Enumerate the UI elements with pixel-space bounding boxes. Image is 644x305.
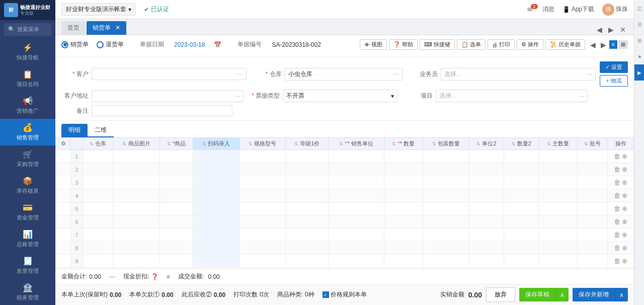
row-delete-icon[interactable]: 🗑 [614,257,620,265]
row-product-cell[interactable] [159,202,193,215]
row-product-cell[interactable] [159,228,193,242]
row-qty-cell[interactable] [384,189,423,202]
row-sales-unit-cell[interactable] [329,176,384,189]
row-batch-input-cell[interactable] [193,215,239,228]
row-main-qty-cell[interactable] [539,202,577,215]
row-pack-qty-cell[interactable] [423,215,469,228]
sales-radio[interactable]: 销货单 [61,40,89,49]
save-draft-button[interactable]: 保存草稿 [519,288,555,301]
settings-btn[interactable]: ✓ 设置 [600,61,628,73]
sidebar-item-purchase[interactable]: 🛒 采购管理 [0,145,55,172]
row-main-qty-cell[interactable] [539,242,577,255]
right-panel-btn-2[interactable]: ☰ [634,16,644,32]
row-batch-cell[interactable] [577,150,607,163]
row-product-img-cell[interactable] [113,176,159,189]
row-warehouse-cell[interactable] [83,176,113,189]
row-delete-icon[interactable]: 🗑 [614,152,620,160]
customer-select-icon[interactable]: ··· [238,70,243,78]
search-menu-button[interactable]: 🔍 搜索菜单 [4,23,51,36]
row-spec-cell[interactable] [239,163,286,176]
row-product-img-cell[interactable] [113,163,159,176]
col-qty[interactable]: ⇅ ** 数量 [384,138,423,150]
row-warehouse-cell[interactable] [83,242,113,255]
row-qty-cell[interactable] [384,176,423,189]
row-spec-cell[interactable] [239,189,286,202]
salesperson-select-icon[interactable]: ··· [587,70,592,78]
abandon-button[interactable]: 放弃 [486,287,515,302]
row-product-cell[interactable] [159,215,193,228]
col-unit2[interactable]: ⇅ 单位2 [469,138,504,150]
note-input[interactable] [92,105,232,116]
tab-sales-order[interactable]: 销货单 ✕ [87,21,126,35]
row-copy-icon[interactable]: ⊕ [622,192,627,199]
row-unit2-cell[interactable] [469,228,504,242]
row-product-cell[interactable] [159,176,193,189]
col-product[interactable]: ⇅ *商品 [159,138,193,150]
row-unit2-cell[interactable] [469,242,504,255]
tab-2d[interactable]: 二维 [88,124,114,136]
row-product-img-cell[interactable] [113,228,159,242]
col-sales-unit[interactable]: ⇅ ** 销售单位 [329,138,384,150]
sidebar-item-capital[interactable]: 💳 资金管理 [0,199,55,225]
row-qty-cell[interactable] [384,215,423,228]
col-price1[interactable]: ⇅ 等级1价 [286,138,329,150]
doc-date-value[interactable]: 2023-03-18 [174,41,205,48]
row-sales-unit-cell[interactable] [329,255,384,268]
row-unit2-cell[interactable] [469,189,504,202]
tab-detail[interactable]: 明细 [61,124,88,136]
row-spec-cell[interactable] [239,242,286,255]
row-copy-icon[interactable]: ⊕ [622,152,627,160]
row-unit2-cell[interactable] [469,176,504,189]
row-price1-cell[interactable] [286,150,329,163]
warehouse-select-icon[interactable]: ··· [394,70,399,78]
row-price1-cell[interactable] [286,163,329,176]
row-batch-cell[interactable] [577,202,607,215]
grid-view-icon[interactable]: ⊞ [618,40,628,49]
sidebar-item-project[interactable]: 📋 项目合同 [0,65,55,92]
save-draft-arrow-button[interactable]: ∧ [555,288,569,301]
row-qty-cell[interactable] [384,150,423,163]
row-pack-qty-cell[interactable] [423,150,469,163]
row-spec-cell[interactable] [239,215,286,228]
col-product-img[interactable]: ⇅ 商品图片 [113,138,159,150]
row-warehouse-cell[interactable] [83,163,113,176]
user-avatar[interactable]: 珠 珠珠 [602,4,628,16]
right-panel-btn-3[interactable]: ⊞ [634,32,644,48]
row-batch-input-cell[interactable] [193,228,239,242]
row-batch-cell[interactable] [577,242,607,255]
row-spec-cell[interactable] [239,150,286,163]
col-warehouse[interactable]: ⇅ 仓库 [83,138,113,150]
price-rule-checkbox[interactable]: ✓ 价格规则本单 [323,290,367,299]
row-copy-icon[interactable]: ⊕ [622,244,627,252]
right-panel-btn-1[interactable]: ◫ [634,0,644,16]
row-warehouse-cell[interactable] [83,215,113,228]
row-warehouse-cell[interactable] [83,202,113,215]
save-submit-button[interactable]: 保存并新增 [573,288,615,301]
row-unit2-cell[interactable] [469,215,504,228]
col-qty2[interactable]: ⇅ 数量2 [504,138,539,150]
row-unit2-cell[interactable] [469,255,504,268]
row-unit2-cell[interactable] [469,163,504,176]
settings-col-icon[interactable]: ⚙ [61,140,66,146]
sidebar-item-invoice[interactable]: 🧾 发票管理 [0,252,55,279]
company-selector[interactable]: 好业财专业版演示帐套 ▾ [61,3,136,16]
row-copy-icon[interactable]: ⊕ [622,218,627,225]
row-delete-icon[interactable]: 🗑 [614,166,620,173]
row-qty2-cell[interactable] [504,255,539,268]
row-pack-qty-cell[interactable] [423,228,469,242]
row-main-qty-cell[interactable] [539,228,577,242]
row-qty-cell[interactable] [384,242,423,255]
row-batch-input-cell[interactable] [193,150,239,163]
col-batch[interactable]: ⇅ 批号 [577,138,607,150]
row-price1-cell[interactable] [286,242,329,255]
row-qty-cell[interactable] [384,228,423,242]
row-qty-cell[interactable] [384,202,423,215]
row-qty2-cell[interactable] [504,215,539,228]
row-sales-unit-cell[interactable] [329,215,384,228]
tab-home[interactable]: 首页 [61,21,86,35]
row-pack-qty-cell[interactable] [423,255,469,268]
row-warehouse-cell[interactable] [83,255,113,268]
sidebar-item-quick-nav[interactable]: ⚡ 快捷导航 [0,39,55,65]
row-main-qty-cell[interactable] [539,150,577,163]
history-btn[interactable]: 📜 历史单据 [545,39,585,50]
